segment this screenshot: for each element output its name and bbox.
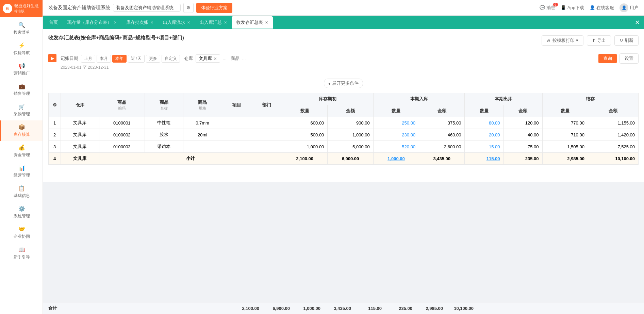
date-btn-thisyear[interactable]: 本年: [112, 55, 127, 63]
date-btn-thismonth[interactable]: 本月: [97, 55, 111, 63]
table-container: ⚙ 仓库 商品编码 商品名称 商品规格 项目 部门 库存期初 本期入库 本期出库…: [48, 93, 639, 182]
sidebar-item-sales[interactable]: 💼 销售管理: [0, 80, 43, 100]
refresh-icon: ↻: [620, 38, 623, 43]
date-btn-lastmonth[interactable]: 上月: [81, 55, 95, 63]
main-content: 收发存汇总表(按仓库+商品编码+商品+规格型号+项目+部门) 🖨 按模板打印 ▾…: [43, 29, 644, 314]
topbar-left: 装备及固定资产辅助管理系统 装备及固定资产辅助管理系统 ⚙ 体验行业方案: [48, 3, 232, 13]
subtotal-out-qty[interactable]: 115.00: [465, 153, 503, 165]
tab-inventory-dist[interactable]: 现存量（库存分布表） ✕: [63, 16, 121, 29]
row-closing-qty: 710.00: [542, 129, 588, 141]
sidebar-item-finance[interactable]: 💰 资金管理: [0, 141, 43, 161]
sidebar-item-quicknav[interactable]: ⚡ 快捷导航: [0, 39, 43, 59]
app-download-button[interactable]: 📱 App下载: [561, 5, 584, 11]
row-project: [222, 141, 252, 153]
th-warehouse: 仓库: [61, 93, 99, 117]
tabs-bar: 首页 现存量（库存分布表） ✕ 库存批次账 ✕ 出入库流水 ✕ 出入库汇总 ✕ …: [43, 16, 644, 29]
print-icon: 🖨: [547, 38, 551, 43]
subtotal-in-amt: 3,435.00: [419, 153, 465, 165]
sidebar-item-guide[interactable]: 📖 新手引导: [0, 243, 43, 263]
expand-conditions-button[interactable]: ▾ 展开更多条件: [324, 79, 363, 88]
page-body: 收发存汇总表(按仓库+商品编码+商品+规格型号+项目+部门) 🖨 按模板打印 ▾…: [43, 29, 644, 182]
refresh-button[interactable]: ↻ 刷新: [614, 35, 639, 46]
settings-button[interactable]: ⚙: [183, 3, 194, 13]
row-in-qty[interactable]: 230.00: [373, 129, 419, 141]
sales-icon: 💼: [18, 83, 25, 89]
subtotal-in-qty[interactable]: 1,000.00: [373, 153, 419, 165]
row-spec: 0.7mm: [183, 117, 222, 129]
export-button[interactable]: ⬆ 导出: [587, 35, 611, 46]
logo-title: 畅捷通好生意: [14, 3, 39, 9]
sidebar-item-system[interactable]: ⚙️ 系统管理: [0, 202, 43, 222]
date-label: 记账日期: [61, 55, 78, 62]
tab-home[interactable]: 首页: [44, 16, 63, 29]
tab-receive-summary[interactable]: 收发存汇总表 ✕: [232, 16, 273, 29]
filter-toggle-button[interactable]: ▶: [48, 54, 56, 62]
sidebar-item-collab[interactable]: 🤝 企业协同: [0, 222, 43, 243]
sidebar-item-inventory[interactable]: 📦 库存核算: [0, 120, 43, 141]
date-btn-custom[interactable]: 自定义: [162, 55, 180, 63]
row-opening-amt: 1,000.00: [328, 129, 373, 141]
sidebar-item-label: 库存核算: [14, 132, 30, 137]
row-out-amt: 120.00: [503, 117, 542, 129]
warehouse-more[interactable]: ...: [223, 56, 227, 61]
row-name: 中性笔: [145, 117, 183, 129]
th-settings: ⚙: [49, 93, 61, 117]
notification-button[interactable]: 💬 消息 6: [540, 5, 555, 11]
row-out-qty[interactable]: 80.00: [465, 117, 503, 129]
page-title: 收发存汇总表(按仓库+商品编码+商品+规格型号+项目+部门): [48, 35, 184, 41]
th-closing-group: 结存: [542, 93, 638, 105]
tab-close-icon[interactable]: ✕: [265, 20, 268, 25]
total-closing-amt: 10,100.00: [446, 306, 477, 311]
warehouse-tag-remove[interactable]: ✕: [213, 56, 217, 61]
total-out-amt: 235.00: [385, 306, 416, 311]
tab-batch[interactable]: 库存批次账 ✕: [121, 16, 158, 29]
tab-close-icon[interactable]: ✕: [187, 20, 190, 25]
filter-row: 记账日期 上月 本月 本年 近7天 更多 自定义 仓库: [61, 53, 639, 64]
system-select[interactable]: 装备及固定资产辅助管理系统: [113, 4, 181, 12]
date-btn-more[interactable]: 更多: [146, 55, 160, 63]
row-out-qty[interactable]: 20.00: [465, 129, 503, 141]
sidebar-item-label: 基础信息: [14, 193, 30, 199]
sidebar-item-search[interactable]: 🔍 搜索菜单: [0, 18, 43, 39]
warehouse-label: 仓库: [184, 55, 193, 62]
row-out-qty[interactable]: 15.00: [465, 141, 503, 153]
goods-more[interactable]: ...: [242, 56, 246, 61]
row-in-qty[interactable]: 520.00: [373, 141, 419, 153]
row-in-qty[interactable]: 250.00: [373, 117, 419, 129]
sidebar-logo: 6 畅捷通好生意 标准版: [0, 0, 43, 17]
row-opening-amt: 5,000.00: [328, 141, 373, 153]
tab-close-icon[interactable]: ✕: [150, 20, 153, 25]
query-button[interactable]: 查询: [598, 54, 617, 63]
tab-close-icon[interactable]: ✕: [224, 20, 227, 25]
th-opening-amt: 金额: [328, 105, 373, 117]
sidebar-item-purchase[interactable]: 🛒 采购管理: [0, 100, 43, 120]
user-button[interactable]: 👤 用户: [620, 3, 639, 12]
subtotal-index: 4: [49, 153, 61, 165]
tab-inout-flow[interactable]: 出入库流水 ✕: [158, 16, 195, 29]
sidebar-item-operations[interactable]: 📊 经营管理: [0, 161, 43, 182]
sidebar-item-label: 快捷导航: [14, 50, 30, 56]
row-in-amt: 460.00: [419, 129, 465, 141]
row-closing-amt: 1,420.00: [588, 129, 638, 141]
warehouse-filter-section: 仓库 文具库 ✕ ...: [184, 54, 227, 63]
date-btn-7days[interactable]: 近7天: [128, 55, 145, 63]
sidebar-item-label: 销售管理: [14, 91, 30, 97]
row-closing-amt: 7,525.00: [588, 141, 638, 153]
sidebar-item-label: 采购管理: [14, 111, 30, 117]
operations-icon: 📊: [18, 165, 25, 171]
sidebar-item-marketing[interactable]: 📢 营销推广: [0, 59, 43, 80]
trial-button[interactable]: 体验行业方案: [196, 3, 232, 13]
sidebar-item-base[interactable]: 📋 基础信息: [0, 182, 43, 202]
th-project: 项目: [222, 93, 252, 117]
online-support-button[interactable]: 👤 在线客服: [590, 5, 614, 11]
tab-inout-summary[interactable]: 出入库汇总 ✕: [195, 16, 232, 29]
print-button[interactable]: 🖨 按模板打印 ▾: [542, 35, 583, 46]
close-all-tabs-button[interactable]: ✕: [632, 19, 643, 26]
th-spec: 商品规格: [183, 93, 222, 117]
table-row: 2 文具库 0100002 胶水 20ml 500.00 1,000.00 23…: [49, 129, 639, 141]
warehouse-tag: 文具库 ✕: [196, 54, 220, 63]
filter-settings-button[interactable]: 设置: [620, 53, 639, 64]
row-closing-qty: 770.00: [542, 117, 588, 129]
row-out-amt: 40.00: [503, 129, 542, 141]
tab-close-icon[interactable]: ✕: [114, 20, 117, 25]
